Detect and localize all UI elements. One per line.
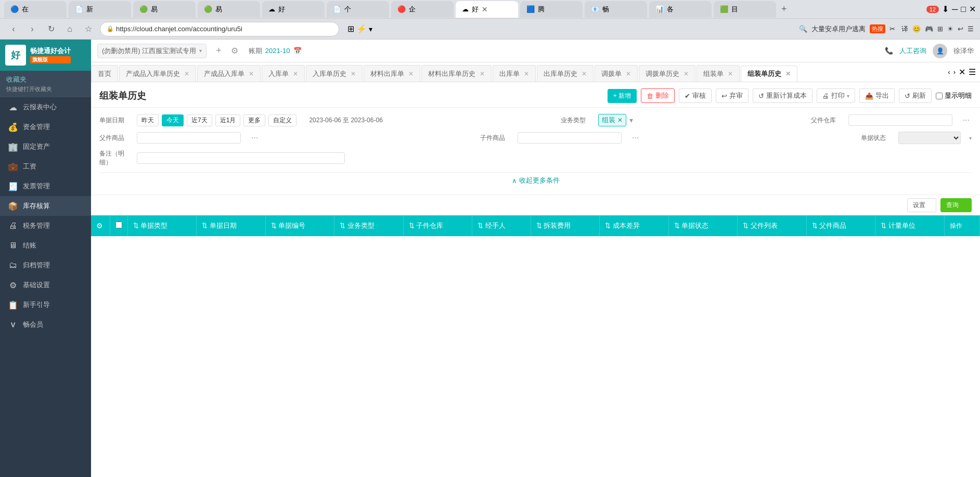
recalculate-button[interactable]: ↺ 重新计算成本: [753, 88, 813, 103]
add-company-button[interactable]: +: [211, 43, 227, 58]
browser-tab-3[interactable]: 🟢 易: [133, 1, 196, 18]
th-order-no[interactable]: ⇅ 单据编号: [265, 215, 334, 236]
child-goods-input[interactable]: [518, 132, 622, 144]
gamepad-icon[interactable]: 🎮: [925, 25, 933, 33]
th-disassembly-cost[interactable]: ⇅ 拆装费用: [531, 215, 600, 236]
biz-type-tag-close[interactable]: ✕: [617, 117, 623, 124]
th-order-date[interactable]: ⇅ 单据日期: [197, 215, 266, 236]
browser-tab-12[interactable]: 🟩 目: [714, 1, 776, 18]
parent-goods-input[interactable]: [137, 132, 241, 144]
delete-button[interactable]: 🗑 删除: [641, 88, 675, 103]
tab-dispatch-history[interactable]: 调拨单历史 ✕: [639, 65, 695, 82]
abandon-button[interactable]: ↩ 弃审: [716, 88, 749, 103]
th-parent-goods[interactable]: ⇅ 父件商品: [806, 215, 875, 236]
url-input[interactable]: 🔒 https://cloud.chanjet.com/accounting/u…: [100, 22, 339, 36]
tab-assembly-close[interactable]: ✕: [728, 70, 733, 78]
browser-tab-2[interactable]: 📄 新: [69, 1, 131, 18]
minimize-icon[interactable]: ─: [952, 5, 958, 14]
reload-button[interactable]: ↻: [44, 22, 58, 36]
tab-in-history-close[interactable]: ✕: [351, 70, 356, 78]
date-btn-more[interactable]: 更多: [243, 114, 265, 126]
tab-out-history[interactable]: 出库单历史 ✕: [537, 65, 594, 82]
tab-out-history-close[interactable]: ✕: [582, 70, 587, 78]
browser-tab-5[interactable]: ☁ 好: [262, 1, 325, 18]
select-all-checkbox[interactable]: [115, 222, 122, 228]
export-button[interactable]: 📤 导出: [859, 88, 895, 103]
print-button[interactable]: 🖨 打印 ▾: [817, 88, 855, 103]
browser-tab8-close[interactable]: ✕: [482, 5, 488, 14]
sidebar-item-cloud-report[interactable]: ☁ 云报表中心: [0, 97, 91, 117]
calendar-icon[interactable]: 📅: [293, 47, 302, 55]
th-cost-diff[interactable]: ⇅ 成本差异: [600, 215, 669, 236]
sidebar-item-inventory[interactable]: 📦 库存核算: [0, 196, 91, 216]
settings-btn[interactable]: 设置: [907, 198, 936, 212]
date-btn-custom[interactable]: 自定义: [268, 114, 296, 126]
company-selector[interactable]: (勿删勿禁用) 江西服宝测试专用 ▾: [97, 44, 207, 58]
tab-prod-in[interactable]: 产成品入库单 ✕: [197, 65, 261, 82]
forward-button[interactable]: ›: [25, 22, 40, 36]
biz-type-dropdown-icon[interactable]: ▾: [629, 116, 633, 124]
tab-prod-in-close[interactable]: ✕: [249, 70, 254, 78]
browser-tab-10[interactable]: 📧 畅: [585, 1, 647, 18]
th-child-warehouse[interactable]: ⇅ 子件仓库: [403, 215, 472, 236]
downloads-icon[interactable]: ⬇: [942, 4, 949, 14]
date-btn-today[interactable]: 今天: [162, 114, 184, 126]
th-order-status[interactable]: ⇅ 单据状态: [668, 215, 738, 236]
sidebar-item-capital[interactable]: 💰 资金管理: [0, 117, 91, 137]
tab-out-order-close[interactable]: ✕: [524, 70, 529, 78]
bookmark-button[interactable]: ☆: [81, 22, 96, 36]
settings-gear-icon[interactable]: ⚙: [231, 46, 238, 56]
home-button[interactable]: ⌂: [62, 22, 77, 36]
tab-close-all-icon[interactable]: ✕: [959, 67, 965, 77]
tab-out-order[interactable]: 出库单 ✕: [493, 65, 536, 82]
sidebar-item-salary[interactable]: 💼 工资: [0, 157, 91, 176]
add-button[interactable]: + 新增: [608, 89, 637, 103]
tab-right-icon[interactable]: ›: [953, 68, 956, 76]
menu-icon[interactable]: ☰: [968, 25, 974, 33]
tab-in-history[interactable]: 入库单历史 ✕: [306, 65, 363, 82]
sidebar-item-guide[interactable]: 📋 新手引导: [0, 295, 91, 315]
layout-icon[interactable]: ⊞: [937, 25, 943, 33]
dropdown-icon[interactable]: ▾: [369, 25, 372, 33]
scissors-icon[interactable]: ✂: [889, 25, 895, 33]
date-btn-7days[interactable]: 近7天: [187, 114, 212, 126]
tab-mat-out[interactable]: 材料出库单 ✕: [364, 65, 420, 82]
tab-mat-out-close[interactable]: ✕: [408, 70, 414, 78]
child-goods-more-btn[interactable]: ···: [630, 133, 641, 143]
close-window-icon[interactable]: ✕: [969, 4, 976, 14]
th-settings[interactable]: ⚙: [91, 215, 110, 236]
collapse-bar[interactable]: ∧ 收起更多条件: [99, 172, 972, 188]
tab-in-order-close[interactable]: ✕: [293, 70, 298, 78]
tab-left-icon[interactable]: ‹: [948, 68, 950, 76]
show-detail-checkbox-label[interactable]: 显示明细: [936, 91, 972, 100]
table-settings-icon[interactable]: ⚙: [96, 222, 103, 230]
sidebar-item-tax[interactable]: 🖨 税务管理: [0, 216, 91, 236]
browser-tab-1[interactable]: 🔵 在: [4, 1, 67, 18]
sidebar-item-member[interactable]: V 畅会员: [0, 315, 91, 334]
translate-icon[interactable]: 译: [901, 24, 908, 34]
show-detail-checkbox[interactable]: [936, 93, 943, 99]
tab-assembly-history[interactable]: 组装单历史 ✕: [741, 66, 797, 82]
sidebar-item-archive[interactable]: 🗂 归档管理: [0, 255, 91, 275]
refresh-button[interactable]: ↺ 刷新: [899, 88, 932, 103]
new-tab-button[interactable]: +: [778, 4, 790, 15]
sidebar-item-invoice[interactable]: 🧾 发票管理: [0, 176, 91, 196]
note-input[interactable]: [137, 152, 345, 164]
tab-more-icon[interactable]: ☰: [969, 67, 976, 77]
grid-icon[interactable]: ⊞: [347, 24, 354, 34]
sidebar-item-checkout[interactable]: 🖥 结账: [0, 236, 91, 255]
th-checkbox[interactable]: [110, 215, 127, 236]
undo-icon[interactable]: ↩: [958, 25, 963, 33]
browser-tab-4[interactable]: 🟢 易: [198, 1, 260, 18]
parent-warehouse-more-btn[interactable]: ···: [961, 115, 972, 125]
approve-button[interactable]: ✔ 审核: [679, 88, 712, 103]
th-handler[interactable]: ⇅ 经手人: [472, 215, 531, 236]
browser-tab-7[interactable]: 🔴 企: [391, 1, 454, 18]
th-unit[interactable]: ⇅ 计量单位: [875, 215, 945, 236]
tab-prod-in-history[interactable]: 产成品入库单历史 ✕: [119, 65, 196, 82]
maximize-icon[interactable]: □: [961, 5, 966, 14]
tab-prod-in-history-close[interactable]: ✕: [184, 70, 189, 78]
browser-tab-9[interactable]: 🟦 腾: [520, 1, 583, 18]
browser-tab-11[interactable]: 📊 各: [649, 1, 712, 18]
browser-tab-6[interactable]: 📄 个: [327, 1, 389, 18]
